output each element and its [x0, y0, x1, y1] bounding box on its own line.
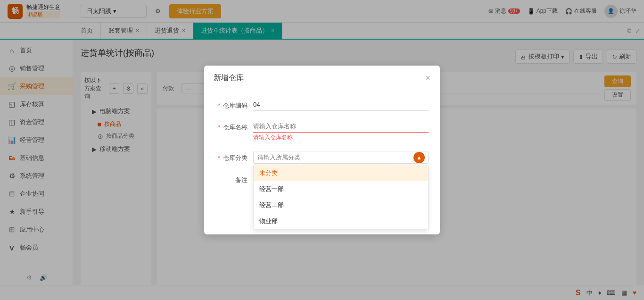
category-chevron-icon[interactable]: ▲ [413, 152, 425, 163]
form-row-name: * 仓库名称 请输入仓库名称 [215, 120, 429, 142]
remark-label: 备注 [215, 173, 253, 184]
code-label: * 仓库编码 [215, 99, 253, 110]
category-select-wrapper: ▲ 未分类 经营一部 经营二部 物业部 [253, 151, 429, 164]
modal-body: * 仓库编码 * 仓库名称 请输入仓库名称 * 仓库分类 [204, 89, 440, 204]
name-label: * 仓库名称 [215, 120, 253, 132]
modal-close-button[interactable]: × [425, 73, 430, 83]
add-warehouse-modal: 新增仓库 × * 仓库编码 * 仓库名称 请输入仓库名称 [204, 66, 440, 234]
form-row-code: * 仓库编码 [215, 99, 429, 111]
category-label: * 仓库分类 [215, 151, 253, 162]
warehouse-category-input[interactable] [253, 151, 429, 164]
name-error-msg: 请输入仓库名称 [253, 133, 429, 142]
warehouse-code-input[interactable] [253, 99, 429, 111]
category-dropdown: 未分类 经营一部 经营二部 物业部 [253, 165, 429, 230]
modal-header: 新增仓库 × [204, 66, 440, 89]
dropdown-item-op1[interactable]: 经营一部 [254, 181, 428, 197]
modal-title: 新增仓库 [214, 73, 244, 83]
form-row-category: * 仓库分类 ▲ 未分类 经营一部 经营二部 物业部 [215, 151, 429, 164]
dropdown-item-none[interactable]: 未分类 [254, 165, 428, 181]
warehouse-name-input[interactable] [253, 120, 429, 133]
dropdown-item-property[interactable]: 物业部 [254, 213, 428, 229]
dropdown-item-op2[interactable]: 经营二部 [254, 197, 428, 213]
